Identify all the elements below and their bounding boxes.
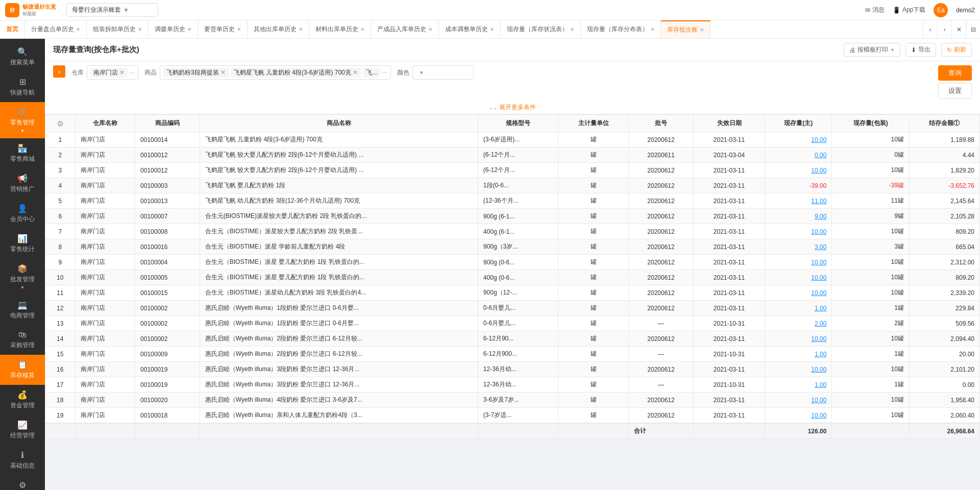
tab-tiao-bo-close[interactable]: ✕ [187,27,191,32]
cell-no: 5 [45,193,76,209]
tab-next-btn[interactable]: › [937,20,951,39]
cell-qty-main[interactable]: 1.00 [765,377,832,393]
tab-xian-cun-fen[interactable]: 现存量（库存分布表） ✕ [581,20,661,38]
avatar[interactable]: Ea [934,3,948,17]
color-filter-label: 颜色 [397,68,409,77]
tab-zu-chai[interactable]: 组装拆卸单历史 ✕ [87,20,149,38]
expand-more-btn[interactable]: ⌄⌄ 展开更多条件 [45,101,980,114]
sidebar-item-search[interactable]: 🔍 搜索英单 [0,42,45,72]
tab-yao-huo[interactable]: 要货单历史 ✕ [198,20,248,38]
tab-xian-cun-ku[interactable]: 现存量（库存状况表） ✕ [501,20,581,38]
tab-menu-btn[interactable]: ⊟ [966,20,980,39]
goods-tag-3: 飞... [363,68,380,78]
cell-qty-main[interactable]: 9.00 [765,209,832,224]
template-print-btn[interactable]: 🖨 按模板打印 ▼ [844,43,900,57]
tab-ku-cun-pi-close[interactable]: ✕ [700,27,704,33]
cell-qty-main[interactable]: 3.00 [765,239,832,255]
tab-chan-cheng-ru[interactable]: 产成品入库单历史 ✕ [371,20,439,38]
tab-xian-cun-fen-close[interactable]: ✕ [650,27,654,32]
batch-mgmt-icon: 📦 [17,264,28,274]
cell-qty-main[interactable]: 10.00 [765,270,832,285]
tab-qi-ta-chu-close[interactable]: ✕ [299,27,303,32]
tab-cai-liao-chu[interactable]: 材料出库单历史 ✕ [309,20,371,38]
refresh-btn[interactable]: ↻ 刷新 [941,43,972,57]
warehouse-tag-group[interactable]: 南岸门店 ✕ ··· [87,65,138,80]
sidebar-item-basic[interactable]: ℹ 基础信息 [0,445,45,475]
sidebar-item-nav[interactable]: ⊞ 快捷导航 [0,72,45,102]
tab-home[interactable]: 首页 [0,20,25,38]
sidebar-item-finance[interactable]: 💰 资金管理 [0,385,45,415]
app-download-btn[interactable]: 📱 App下载 [893,6,925,14]
expand-all-btn[interactable]: › [53,65,65,78]
cell-qty-main[interactable]: 1.00 [765,347,832,362]
tab-chan-cheng-ru-close[interactable]: ✕ [428,27,432,32]
cell-spec: 1段(0-6... [478,178,558,193]
tab-fen-pan-close[interactable]: ✕ [76,27,80,32]
tab-fen-pan[interactable]: 分量盘点单历史 ✕ [25,20,87,38]
sidebar-item-purchase[interactable]: 🛍 采购管理 [0,325,45,355]
sidebar-item-retail-mall[interactable]: 🏪 零售商城 [0,138,45,168]
cell-unit: 罐 [558,239,629,255]
cell-unit: 罐 [558,393,629,408]
cell-qty-main[interactable]: 2.00 [765,316,832,331]
goods-tag-1-remove[interactable]: ✕ [220,69,226,76]
sidebar-item-marketing[interactable]: 📢 营销推广 [0,168,45,199]
table-row: 4 南岸门店 00100003 飞鹤星飞帆 婴儿配方奶粉 1段 1段(0-6..… [45,178,980,193]
col-settings[interactable]: ⊙ [45,115,76,132]
tab-zu-chai-close[interactable]: ✕ [138,27,142,32]
cell-qty-main[interactable]: 0.00 [765,148,832,163]
query-btn[interactable]: 查询 [938,65,972,81]
cell-qty-main[interactable]: 10.00 [765,331,832,347]
cell-qty-main[interactable]: 10.00 [765,132,832,148]
sidebar-item-ops[interactable]: 📈 经营管理 [0,415,45,445]
cell-qty-main[interactable]: 10.00 [765,224,832,239]
sidebar-item-member[interactable]: 👤 会员中心 [0,199,45,229]
cell-qty-main[interactable]: 1.00 [765,301,832,316]
cell-qty-main[interactable]: 10.00 [765,163,832,178]
org-selector[interactable]: 母婴行业演示账套 ▼ [66,3,158,17]
tab-xian-cun-ku-close[interactable]: ✕ [570,27,574,32]
col-settings-icon[interactable]: ⊙ [57,119,63,128]
sidebar-inventory-label: 库存核算 [10,371,35,380]
cell-name: 惠氏启睦（Wyeth illuma）2段奶粉 爱尔兰进口 6-12月较... [200,331,478,347]
tab-cheng-ben-close[interactable]: ✕ [490,27,494,32]
cell-spec: 900g (6-1... [478,209,558,224]
export-btn[interactable]: ⬇ 导出 [905,43,936,57]
cell-qty-main[interactable]: 10.00 [765,408,832,424]
col-qty-main: 现存量(主) [765,115,832,132]
cell-unit: 罐 [558,377,629,393]
cell-qty-main[interactable]: 11.00 [765,193,832,209]
tab-tiao-bo[interactable]: 调拨单历史 ✕ [149,20,198,38]
tab-ku-cun-pi[interactable]: 库存批次账 ✕ [661,20,710,38]
tab-cai-liao-chu-close[interactable]: ✕ [360,27,364,32]
sidebar-item-retail-stat[interactable]: 📊 零售统计 [0,229,45,259]
warehouse-more-icon[interactable]: ··· [130,69,135,76]
sidebar-item-batch-mgmt[interactable]: 📦 批发管理 ▼ [0,259,45,295]
sidebar-search-label: 搜索英单 [10,58,35,67]
total-empty-7 [693,423,765,439]
retail-mall-icon: 🏪 [17,143,28,153]
tab-prev-btn[interactable]: ‹ [923,20,937,39]
tab-zu-chai-label: 组装拆卸单历史 [93,25,136,34]
sidebar-item-ecom[interactable]: 💻 电商管理 [0,295,45,325]
settings-btn[interactable]: 设置 [938,83,972,99]
cell-qty-main[interactable]: 10.00 [765,362,832,377]
sidebar-item-retail-mgmt[interactable]: 🛒 零售管理 ▼ [0,102,45,138]
tab-close-btn[interactable]: ✕ [951,20,966,39]
sidebar-item-inventory[interactable]: 📋 库存核算 [0,355,45,385]
goods-tag-2-remove[interactable]: ✕ [353,69,358,76]
cell-qty-main[interactable]: 10.00 [765,285,832,301]
tab-qi-ta-chu[interactable]: 其他出库单历史 ✕ [248,20,309,38]
color-filter-input[interactable]: ▼ [412,65,474,80]
goods-tag-group[interactable]: 飞鹤奶粉3段两提装 ✕ 飞鹤星飞帆 儿童奶粉 4段(3-6岁适用) 700克 ✕… [160,65,391,80]
cell-qty-main[interactable]: 10.00 [765,393,832,408]
warehouse-tag-remove[interactable]: ✕ [119,69,125,76]
cell-qty-main[interactable]: 10.00 [765,255,832,270]
message-btn[interactable]: ✉ 消息 [865,6,885,14]
tab-yao-huo-close[interactable]: ✕ [237,27,241,32]
tab-cheng-ben[interactable]: 成本调整单历史 ✕ [439,20,501,38]
sidebar-item-system[interactable]: ⚙ 系统管理 [0,475,45,490]
cell-spec: 400g (6-1... [478,224,558,239]
cell-expire: 2021-03-11 [693,270,765,285]
goods-more-icon[interactable]: ··· [382,69,387,76]
